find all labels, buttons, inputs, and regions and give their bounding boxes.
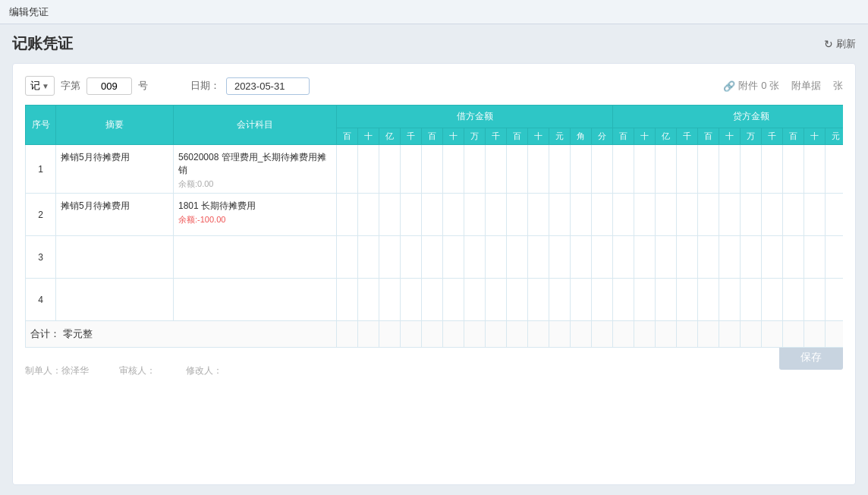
row2-debit-0[interactable] bbox=[337, 194, 358, 236]
row-summary-2[interactable]: 摊销5月待摊费用 bbox=[56, 194, 174, 236]
row3-credit-9[interactable] bbox=[804, 236, 826, 279]
row4-credit-2[interactable] bbox=[656, 279, 677, 321]
row4-credit-4[interactable] bbox=[698, 279, 719, 321]
row-account-2[interactable]: 1801 长期待摊费用余额:-100.00 bbox=[174, 194, 337, 236]
row2-debit-8[interactable] bbox=[507, 194, 528, 236]
voucher-number-input[interactable] bbox=[86, 77, 132, 95]
row2-credit-7[interactable] bbox=[762, 194, 783, 236]
row4-debit-12[interactable] bbox=[592, 279, 613, 321]
row1-debit-2[interactable] bbox=[379, 145, 401, 194]
row2-credit-2[interactable] bbox=[656, 194, 677, 236]
attachment-link[interactable]: 🔗 附件 0 张 bbox=[723, 79, 779, 93]
row1-credit-5[interactable] bbox=[719, 145, 741, 194]
row4-debit-0[interactable] bbox=[337, 279, 358, 321]
row2-debit-3[interactable] bbox=[401, 194, 422, 236]
row1-debit-5[interactable] bbox=[443, 145, 464, 194]
row1-debit-3[interactable] bbox=[401, 145, 422, 194]
row-seq-2[interactable]: 2 bbox=[26, 194, 56, 236]
row2-credit-0[interactable] bbox=[613, 194, 634, 236]
row4-credit-8[interactable] bbox=[783, 279, 804, 321]
row1-credit-2[interactable] bbox=[656, 145, 677, 194]
row4-credit-7[interactable] bbox=[762, 279, 783, 321]
row4-debit-3[interactable] bbox=[401, 279, 422, 321]
row4-debit-7[interactable] bbox=[486, 279, 507, 321]
row3-debit-7[interactable] bbox=[486, 236, 507, 279]
row2-credit-8[interactable] bbox=[783, 194, 804, 236]
row-seq-3[interactable]: 3 bbox=[26, 236, 56, 279]
row4-debit-8[interactable] bbox=[507, 279, 528, 321]
row3-debit-4[interactable] bbox=[422, 236, 443, 279]
row2-debit-1[interactable] bbox=[358, 194, 379, 236]
row-summary-4[interactable] bbox=[56, 279, 174, 321]
row1-debit-11[interactable] bbox=[571, 145, 592, 194]
row4-credit-3[interactable] bbox=[677, 279, 698, 321]
row4-credit-10[interactable] bbox=[826, 279, 843, 321]
row3-debit-12[interactable] bbox=[592, 236, 613, 279]
row4-debit-10[interactable] bbox=[549, 279, 571, 321]
row1-debit-10[interactable] bbox=[549, 145, 571, 194]
row3-debit-0[interactable] bbox=[337, 236, 358, 279]
row1-credit-9[interactable] bbox=[804, 145, 826, 194]
row2-credit-9[interactable] bbox=[804, 194, 826, 236]
row1-debit-1[interactable] bbox=[358, 145, 379, 194]
row3-debit-2[interactable] bbox=[379, 236, 401, 279]
row4-debit-4[interactable] bbox=[422, 279, 443, 321]
row2-credit-6[interactable] bbox=[741, 194, 762, 236]
row1-credit-7[interactable] bbox=[762, 145, 783, 194]
row2-credit-4[interactable] bbox=[698, 194, 719, 236]
row-summary-3[interactable] bbox=[56, 236, 174, 279]
row3-credit-6[interactable] bbox=[741, 236, 762, 279]
voucher-type-selector[interactable]: 记 ▼ bbox=[25, 76, 55, 96]
row2-credit-5[interactable] bbox=[719, 194, 741, 236]
row3-credit-5[interactable] bbox=[719, 236, 741, 279]
row4-credit-0[interactable] bbox=[613, 279, 634, 321]
row3-debit-5[interactable] bbox=[443, 236, 464, 279]
row-account-4[interactable] bbox=[174, 279, 337, 321]
row-seq-4[interactable]: 4 bbox=[26, 279, 56, 321]
row3-debit-10[interactable] bbox=[549, 236, 571, 279]
refresh-button[interactable]: ↻ 刷新 bbox=[824, 37, 856, 51]
row4-debit-6[interactable] bbox=[464, 279, 486, 321]
row1-credit-10[interactable] bbox=[826, 145, 843, 194]
row1-credit-4[interactable] bbox=[698, 145, 719, 194]
row3-credit-0[interactable] bbox=[613, 236, 634, 279]
row1-credit-0[interactable] bbox=[613, 145, 634, 194]
row3-debit-8[interactable] bbox=[507, 236, 528, 279]
row2-debit-11[interactable] bbox=[571, 194, 592, 236]
row1-debit-9[interactable] bbox=[528, 145, 549, 194]
row3-credit-3[interactable] bbox=[677, 236, 698, 279]
row4-debit-2[interactable] bbox=[379, 279, 401, 321]
row2-debit-9[interactable] bbox=[528, 194, 549, 236]
row3-debit-11[interactable] bbox=[571, 236, 592, 279]
row2-debit-7[interactable] bbox=[486, 194, 507, 236]
row2-debit-4[interactable] bbox=[422, 194, 443, 236]
row1-debit-4[interactable] bbox=[422, 145, 443, 194]
row2-credit-10[interactable] bbox=[826, 194, 843, 236]
row3-credit-2[interactable] bbox=[656, 236, 677, 279]
save-button[interactable]: 保存 bbox=[779, 345, 843, 370]
row3-credit-4[interactable] bbox=[698, 236, 719, 279]
row2-debit-2[interactable] bbox=[379, 194, 401, 236]
row1-debit-7[interactable] bbox=[486, 145, 507, 194]
row1-debit-6[interactable] bbox=[464, 145, 486, 194]
date-input[interactable] bbox=[226, 77, 310, 95]
row3-credit-7[interactable] bbox=[762, 236, 783, 279]
attach-single-label[interactable]: 附单据 bbox=[791, 79, 821, 93]
row3-credit-8[interactable] bbox=[783, 236, 804, 279]
row4-credit-5[interactable] bbox=[719, 279, 741, 321]
row3-credit-1[interactable] bbox=[634, 236, 656, 279]
row3-debit-3[interactable] bbox=[401, 236, 422, 279]
row3-credit-10[interactable] bbox=[826, 236, 843, 279]
row2-debit-12[interactable] bbox=[592, 194, 613, 236]
row1-credit-3[interactable] bbox=[677, 145, 698, 194]
row4-debit-1[interactable] bbox=[358, 279, 379, 321]
row-account-3[interactable] bbox=[174, 236, 337, 279]
row2-debit-5[interactable] bbox=[443, 194, 464, 236]
row1-debit-0[interactable] bbox=[337, 145, 358, 194]
row-summary-1[interactable]: 摊销5月待摊费用 bbox=[56, 145, 174, 194]
row2-debit-10[interactable] bbox=[549, 194, 571, 236]
row4-debit-9[interactable] bbox=[528, 279, 549, 321]
row4-credit-9[interactable] bbox=[804, 279, 826, 321]
row2-debit-6[interactable] bbox=[464, 194, 486, 236]
row3-debit-9[interactable] bbox=[528, 236, 549, 279]
